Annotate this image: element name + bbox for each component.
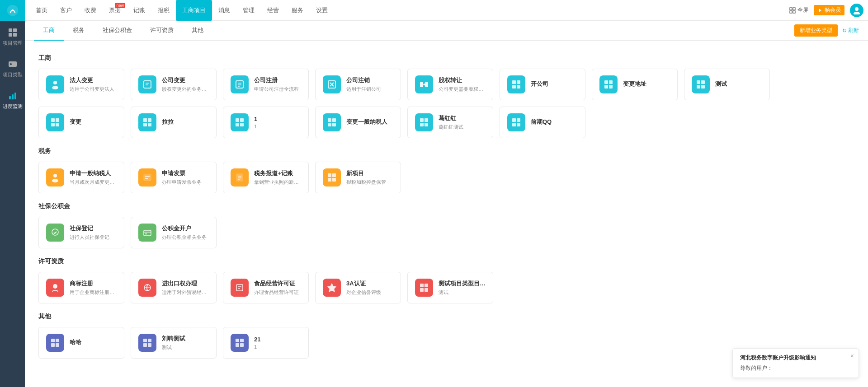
card-name-social-register: 社保登记 <box>70 224 117 233</box>
card-desc-gehonghong: 葛红红测试 <box>439 124 486 131</box>
card-icon-twenty-one <box>231 334 249 352</box>
nav-tax[interactable]: 报税 <box>151 0 176 21</box>
card-new-project[interactable]: 新项目 报税加税控盘保管 <box>315 162 401 193</box>
tab-permit[interactable]: 许可资质 <box>141 21 183 41</box>
nav-home[interactable]: 首页 <box>29 0 54 21</box>
tab-tax[interactable]: 税务 <box>64 21 94 41</box>
card-name-gehonghong: 葛红红 <box>439 114 486 122</box>
card-trademark-register[interactable]: 商标注册 用于企业商标注册服务 <box>38 272 124 303</box>
card-gehonghong[interactable]: 葛红红 葛红红测试 <box>407 107 493 138</box>
tab-other[interactable]: 其他 <box>183 21 212 41</box>
card-info-legal-change: 法人变更 适用于公司变更法人 <box>70 76 117 93</box>
sidebar-item-project-type[interactable]: 项目类型 <box>0 52 25 84</box>
vip-btn[interactable]: 畅会员 <box>814 5 844 15</box>
svg-rect-79 <box>332 178 336 182</box>
svg-rect-54 <box>240 123 244 126</box>
svg-rect-76 <box>328 173 331 177</box>
card-change-address[interactable]: 变更地址 <box>592 69 678 100</box>
svg-rect-12 <box>790 11 792 13</box>
nav-message[interactable]: 消息 <box>212 0 236 21</box>
svg-rect-40 <box>701 80 705 84</box>
card-desc-social-register: 进行人员社保登记 <box>70 234 117 241</box>
nav-biz-project[interactable]: 工商项目 <box>176 0 212 21</box>
card-info-company-register: 公司注册 申请公司注册全流程 <box>254 76 301 93</box>
card-qiaoqq[interactable]: 前期QQ <box>500 107 585 138</box>
sidebar-item-project-mgmt[interactable]: 项目管理 <box>0 21 25 52</box>
avatar[interactable] <box>850 4 863 17</box>
card-name-haha: 哈哈 <box>70 338 117 346</box>
card-info-one: 1 1 <box>254 116 301 129</box>
card-name-legal-change: 法人变更 <box>70 76 117 84</box>
card-info-gehonghong: 葛红红 葛红红测试 <box>439 114 486 131</box>
svg-point-6 <box>10 63 12 65</box>
nav-customer[interactable]: 客户 <box>54 0 78 21</box>
refresh-button[interactable]: ↻ 刷新 <box>842 27 859 34</box>
tab-biz[interactable]: 工商 <box>34 21 64 41</box>
notification-popup: × 河北税务数字账户升级影响通知 尊敬的用户： <box>732 348 859 378</box>
card-desc-cert-3a: 对企业信誉评级 <box>346 289 393 296</box>
card-social-register[interactable]: 社保登记 进行人员社保登记 <box>38 217 124 248</box>
card-name-company-register: 公司注册 <box>254 76 301 84</box>
card-name-import-export: 进出口权办理 <box>162 280 209 288</box>
nav-operation[interactable]: 经营 <box>261 0 285 21</box>
card-test-type[interactable]: 测试项目类型目定义 测试 <box>407 272 493 303</box>
card-import-export[interactable]: 进出口权办理 适用于对外贸易经营者 <box>131 272 217 303</box>
svg-rect-48 <box>148 118 151 122</box>
svg-rect-44 <box>56 118 59 122</box>
card-twenty-one[interactable]: 21 1 <box>223 327 309 359</box>
fullscreen-btn[interactable]: 全屏 <box>789 6 808 14</box>
card-name-one: 1 <box>254 116 301 122</box>
card-apply-invoice[interactable]: 申请发票 办理申请发票业务 <box>131 162 217 193</box>
svg-point-17 <box>53 81 57 84</box>
card-equity-transfer[interactable]: 股权转让 公司变更需要股权转让 <box>407 69 493 100</box>
section-title-social: 社保公积金 <box>38 202 854 210</box>
card-info-import-export: 进出口权办理 适用于对外贸易经营者 <box>162 280 209 296</box>
nav-ticket[interactable]: 票据 new <box>103 0 127 21</box>
nav-accounting[interactable]: 记账 <box>127 0 151 21</box>
card-name-qiaoqq: 前期QQ <box>531 118 578 126</box>
card-change2[interactable]: 变更 <box>38 107 124 138</box>
card-haha[interactable]: 哈哈 <box>38 327 124 359</box>
nav-management[interactable]: 管理 <box>236 0 261 21</box>
svg-rect-38 <box>609 85 613 89</box>
card-desc-company-cancel: 适用于注销公司 <box>346 86 393 93</box>
nav-service[interactable]: 服务 <box>285 0 310 21</box>
card-desc-one: 1 <box>254 124 301 129</box>
card-company-change[interactable]: 公司变更 股权变更外的业务变更 <box>131 69 217 100</box>
svg-rect-80 <box>144 230 151 236</box>
sidebar-label-progress-monitor: 进度监测 <box>3 103 23 110</box>
svg-rect-52 <box>240 118 244 122</box>
tab-social[interactable]: 社保公积金 <box>94 21 141 41</box>
svg-rect-7 <box>9 96 11 99</box>
add-type-button[interactable]: 新增业务类型 <box>794 24 838 37</box>
svg-rect-50 <box>148 123 151 126</box>
card-test1[interactable]: 测试 <box>684 69 770 100</box>
card-tax-report-accounting[interactable]: 税务报道+记账 拿到营业执照的新公司 <box>223 162 309 193</box>
card-desc-tax-report-accounting: 拿到营业执照的新公司 <box>254 179 301 186</box>
nav-settings[interactable]: 设置 <box>310 0 334 21</box>
chart-icon <box>7 90 18 101</box>
card-company-cancel[interactable]: 公司注销 适用于注销公司 <box>315 69 401 100</box>
card-change-taxpayer[interactable]: 变更一般纳税人 <box>315 107 401 138</box>
sidebar-item-progress-monitor[interactable]: 进度监测 <box>0 84 25 116</box>
svg-rect-56 <box>332 118 336 122</box>
card-cert-3a[interactable]: 3A认证 对企业信誉评级 <box>315 272 401 303</box>
card-info-test-type: 测试项目类型目定义 测试 <box>439 280 486 296</box>
nav-collection[interactable]: 收费 <box>78 0 103 21</box>
card-icon-social-register <box>46 224 64 242</box>
card-apply-taxpayer[interactable]: 申请一般纳税人 当月或次月成变更完成 <box>38 162 124 193</box>
svg-rect-8 <box>12 94 14 99</box>
card-legal-change[interactable]: 法人变更 适用于公司变更法人 <box>38 69 124 100</box>
card-fund-account[interactable]: 公积金开户 办理公积金相关业务 <box>131 217 217 248</box>
card-one[interactable]: 1 1 <box>223 107 309 138</box>
notification-close-button[interactable]: × <box>850 352 854 359</box>
cards-grid-social: 社保登记 进行人员社保登记 公积金开户 办理公积金相关业务 <box>38 217 854 248</box>
card-company-register[interactable]: 公司注册 申请公司注册全流程 <box>223 69 309 100</box>
card-liupeng-test[interactable]: 刘聘测试 测试 <box>131 327 217 359</box>
svg-rect-37 <box>604 85 608 89</box>
card-food-license[interactable]: 食品经营许可证 办理食品经营许可证 <box>223 272 309 303</box>
svg-rect-31 <box>512 80 516 84</box>
card-lala[interactable]: 拉拉 <box>131 107 217 138</box>
card-open-company[interactable]: 开公司 <box>500 69 585 100</box>
svg-rect-66 <box>517 123 520 126</box>
